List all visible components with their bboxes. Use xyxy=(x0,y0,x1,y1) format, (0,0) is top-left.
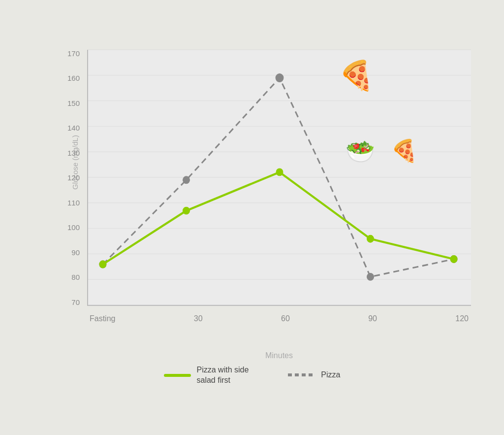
legend-line-dashed xyxy=(288,373,315,376)
x-label-90: 90 xyxy=(368,314,377,323)
pizza-dot-30 xyxy=(183,176,190,184)
salad-dot-90 xyxy=(367,235,374,242)
salad-first-line xyxy=(103,172,454,264)
y-label-150: 150 xyxy=(67,100,80,107)
salad-dot-fasting xyxy=(99,261,106,268)
y-label-80: 80 xyxy=(71,273,80,281)
y-label-140: 140 xyxy=(67,124,80,132)
x-label-fasting: Fasting xyxy=(90,314,115,323)
x-label-30: 30 xyxy=(194,314,203,323)
chart-area: Glucose (mg/dL) 170 160 150 140 130 120 … xyxy=(53,50,471,335)
y-label-160: 160 xyxy=(67,74,80,82)
x-label-60: 60 xyxy=(281,314,290,323)
x-axis-title: Minutes xyxy=(87,351,471,360)
x-axis-labels: Fasting 30 60 90 120 xyxy=(87,314,471,323)
chart-svg xyxy=(88,50,471,305)
y-label-110: 110 xyxy=(67,199,80,206)
salad-dot-30 xyxy=(183,207,190,214)
legend-area: Pizza with sidesalad first Pizza xyxy=(164,365,341,386)
x-label-120: 120 xyxy=(455,314,469,323)
pizza-dot-60 xyxy=(276,73,284,82)
y-label-170: 170 xyxy=(67,50,80,57)
legend-label-pizza: Pizza xyxy=(321,370,340,380)
y-label-130: 130 xyxy=(67,149,80,157)
chart-container: Glucose (mg/dL) 170 160 150 140 130 120 … xyxy=(16,16,488,420)
legend-item-salad: Pizza with sidesalad first xyxy=(164,365,249,386)
y-label-120: 120 xyxy=(67,174,80,181)
legend-line-solid xyxy=(164,374,191,377)
legend-item-pizza: Pizza xyxy=(288,370,340,380)
chart-box: 🍕 🥗 🍕 xyxy=(87,50,471,306)
salad-dot-120 xyxy=(450,255,457,263)
legend-label-salad: Pizza with sidesalad first xyxy=(197,365,249,386)
y-label-70: 70 xyxy=(71,299,80,306)
y-label-100: 100 xyxy=(67,224,80,231)
salad-dot-60 xyxy=(276,168,283,176)
pizza-dot-90 xyxy=(367,273,374,280)
y-axis-labels: 170 160 150 140 130 120 110 100 90 80 70 xyxy=(53,50,85,306)
y-label-90: 90 xyxy=(71,249,80,256)
